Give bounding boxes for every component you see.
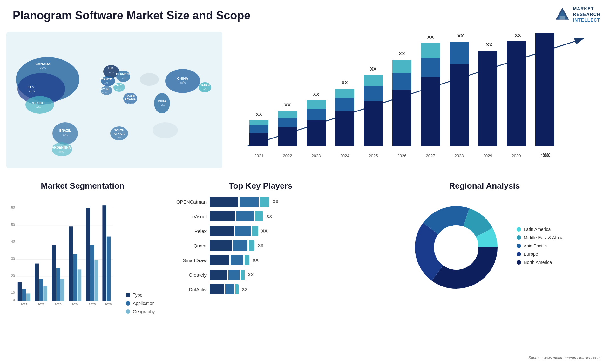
svg-text:XX: XX [342, 80, 348, 85]
svg-text:XX: XX [515, 32, 521, 38]
player-bar-dotactiv: XX [210, 284, 353, 294]
svg-text:SOUTH: SOUTH [114, 129, 124, 132]
player-row-opencatman: OPENCatman XX [168, 197, 353, 207]
player-row-relex: Relex XX [168, 226, 353, 236]
svg-text:XX: XX [486, 42, 492, 47]
svg-rect-67 [307, 109, 326, 120]
player-bar-smartdraw: XX [210, 255, 353, 265]
svg-text:20: 20 [11, 274, 15, 278]
svg-rect-61 [278, 127, 297, 146]
svg-rect-66 [307, 120, 326, 146]
legend-north-america: North America [517, 260, 563, 265]
svg-rect-76 [364, 101, 383, 146]
svg-rect-95 [478, 51, 497, 146]
player-label-relex: XX [261, 228, 268, 233]
svg-rect-123 [39, 279, 43, 301]
svg-rect-63 [278, 111, 297, 118]
logo-line1: MARKET [573, 6, 600, 11]
svg-text:xx%: xx% [58, 150, 64, 153]
key-players-section: Top Key Players OPENCatman XX zVisuel XX [168, 181, 353, 353]
svg-text:xx%: xx% [121, 77, 125, 79]
svg-text:xx%: xx% [103, 82, 108, 84]
svg-text:XX: XX [458, 33, 464, 38]
svg-text:xx%: xx% [40, 66, 46, 70]
svg-rect-126 [52, 245, 56, 301]
player-name-smartdraw: SmartDraw [168, 258, 207, 263]
svg-text:FRANCE: FRANCE [100, 78, 112, 81]
legend-label-apac: Asia Pacific [524, 243, 546, 248]
player-bar-opencatman: XX [210, 197, 353, 207]
player-row-creately: Creately XX [168, 270, 353, 280]
player-bar-creately: XX [210, 270, 353, 280]
svg-text:40: 40 [11, 239, 15, 243]
segmentation-section: Market Segmentation 60 50 40 30 20 10 0 [6, 181, 159, 353]
svg-rect-82 [392, 73, 411, 90]
seg-bar-chart-svg: 60 50 40 30 20 10 0 2021 2022 [6, 197, 114, 317]
svg-rect-135 [90, 245, 94, 301]
svg-text:XX: XX [543, 152, 550, 158]
svg-text:CHINA: CHINA [177, 77, 188, 80]
svg-rect-138 [102, 205, 106, 301]
svg-text:50: 50 [11, 223, 15, 226]
player-row-smartdraw: SmartDraw XX [168, 255, 353, 265]
svg-text:2029: 2029 [483, 153, 492, 158]
legend-dot-type [126, 293, 130, 297]
svg-text:ITALY: ITALY [114, 84, 122, 87]
svg-rect-119 [22, 289, 26, 301]
svg-text:2028: 2028 [455, 153, 464, 158]
svg-text:60: 60 [11, 206, 15, 209]
player-bar-quant: XX [210, 240, 353, 251]
legend-type: Type [126, 293, 155, 298]
svg-text:30: 30 [11, 257, 15, 260]
players-list: OPENCatman XX zVisuel XX Relex [168, 197, 353, 294]
svg-text:XX: XX [399, 51, 405, 56]
legend-label-north-america: North America [524, 260, 552, 265]
svg-rect-72 [335, 98, 354, 111]
svg-rect-120 [26, 293, 30, 301]
logo-line3: INTELLECT [573, 17, 600, 23]
source-text: Source : www.marketresearchintellect.com [528, 356, 600, 360]
svg-rect-130 [69, 226, 73, 301]
svg-text:10: 10 [11, 291, 15, 294]
svg-text:2024: 2024 [340, 153, 349, 158]
logo-line2: RESEARCH [573, 11, 600, 17]
svg-point-52 [152, 122, 178, 138]
segmentation-title: Market Segmentation [6, 181, 159, 191]
legend-mea: Middle East & Africa [517, 235, 563, 240]
svg-text:xx%: xx% [62, 133, 68, 137]
svg-text:U.K.: U.K. [108, 67, 114, 70]
svg-rect-77 [364, 86, 383, 101]
player-bar-relex: XX [210, 226, 353, 236]
svg-rect-134 [86, 208, 90, 301]
regional-section: Regional Analysis Latin America [365, 181, 604, 353]
legend-dot-geography [126, 309, 130, 314]
svg-text:xx%: xx% [29, 90, 35, 93]
svg-text:0: 0 [13, 298, 15, 302]
svg-rect-71 [335, 111, 354, 146]
legend-label-application: Application [133, 301, 155, 306]
svg-text:XX: XX [313, 91, 319, 97]
player-row-zvisuel: zVisuel XX [168, 211, 353, 221]
svg-rect-131 [73, 254, 77, 301]
svg-text:2023: 2023 [55, 302, 62, 306]
svg-rect-136 [94, 260, 98, 301]
svg-text:ARGENTINA: ARGENTINA [52, 146, 71, 149]
svg-text:BRAZIL: BRAZIL [59, 129, 71, 132]
svg-rect-62 [278, 118, 297, 127]
player-name-relex: Relex [168, 228, 207, 234]
svg-rect-57 [249, 125, 268, 133]
legend-geography: Geography [126, 309, 155, 314]
svg-point-16 [52, 142, 72, 156]
svg-rect-92 [450, 42, 469, 64]
svg-text:xx%: xx% [128, 102, 132, 105]
svg-rect-122 [35, 264, 39, 301]
legend-label-geography: Geography [133, 309, 155, 314]
svg-text:xx%: xx% [180, 81, 186, 84]
svg-text:xx%: xx% [102, 91, 106, 94]
svg-text:xx%: xx% [202, 88, 207, 91]
svg-rect-98 [507, 41, 526, 146]
svg-text:XX: XX [370, 66, 376, 71]
svg-text:GERMANY: GERMANY [116, 72, 131, 76]
legend-application: Application [126, 301, 155, 306]
player-label-dotactiv: XX [242, 287, 248, 292]
